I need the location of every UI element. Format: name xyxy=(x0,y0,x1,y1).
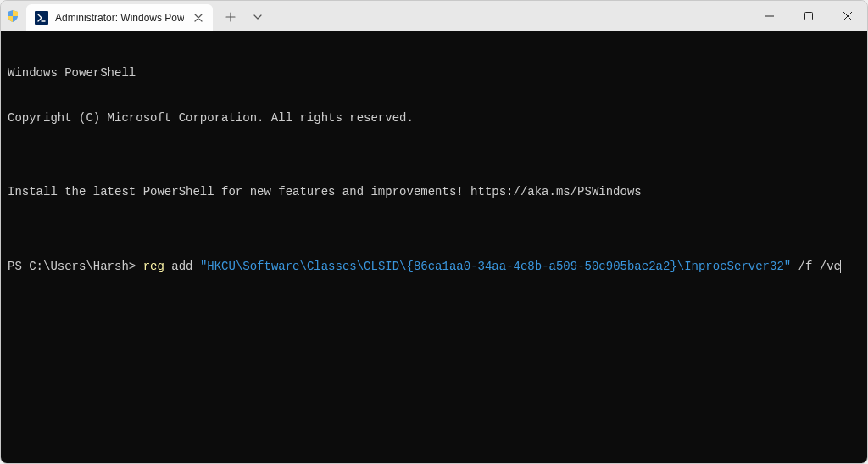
maximize-button[interactable] xyxy=(789,3,828,30)
command-add: add xyxy=(164,260,200,273)
prompt-prefix: PS C:\Users\Harsh> xyxy=(8,260,143,273)
new-tab-button[interactable] xyxy=(220,6,242,28)
uac-shield-icon xyxy=(6,9,19,23)
titlebar: Administrator: Windows Powe xyxy=(1,1,867,31)
window-controls xyxy=(750,1,867,31)
tab-powershell[interactable]: Administrator: Windows Powe xyxy=(26,4,213,31)
tab-title: Administrator: Windows Powe xyxy=(55,12,184,24)
prompt-line: PS C:\Users\Harsh> reg add "HKCU\Softwar… xyxy=(8,260,860,275)
tab-dropdown-button[interactable] xyxy=(247,6,269,28)
command-flags: /f /ve xyxy=(791,260,841,273)
svg-rect-0 xyxy=(805,13,813,20)
tab-actions xyxy=(220,6,269,28)
output-line: Install the latest PowerShell for new fe… xyxy=(8,185,860,200)
tab-close-button[interactable] xyxy=(191,10,206,25)
powershell-icon xyxy=(35,11,48,25)
output-line: Windows PowerShell xyxy=(8,66,860,81)
close-button[interactable] xyxy=(828,3,867,30)
command-path: "HKCU\Software\Classes\CLSID\{86ca1aa0-3… xyxy=(200,260,791,273)
cursor xyxy=(840,260,841,273)
command-reg: reg xyxy=(143,260,164,273)
terminal-output[interactable]: Windows PowerShell Copyright (C) Microso… xyxy=(1,31,867,463)
output-line: Copyright (C) Microsoft Corporation. All… xyxy=(8,111,860,126)
minimize-button[interactable] xyxy=(750,3,789,30)
window-frame: Administrator: Windows Powe xyxy=(0,0,868,464)
